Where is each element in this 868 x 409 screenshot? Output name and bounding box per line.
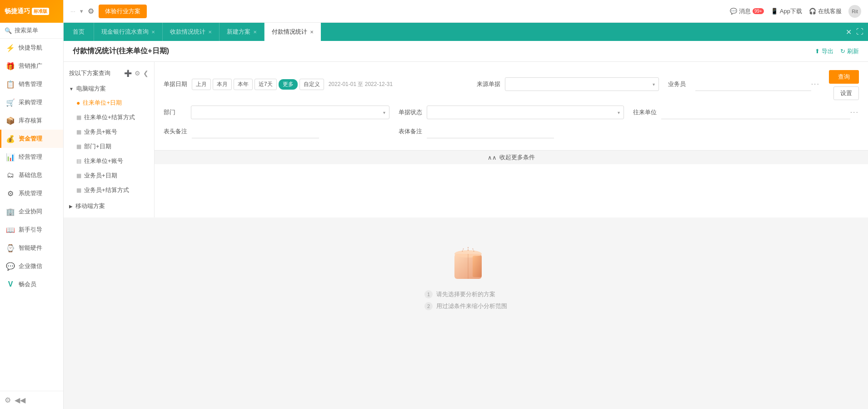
tab-bank-flow-label: 现金银行流水查询 bbox=[101, 28, 149, 36]
chevron-down-icon[interactable]: ▾ bbox=[80, 8, 83, 15]
tab-new-scheme[interactable]: 新建方案 ✕ bbox=[219, 23, 264, 41]
sidebar-search[interactable]: 🔍 搜索菜单 bbox=[0, 23, 63, 39]
staff-input[interactable] bbox=[695, 77, 811, 91]
related-unit-label: 往来单位 bbox=[633, 108, 657, 116]
staff-more-btn[interactable]: ··· bbox=[811, 80, 820, 88]
filter-panel: 按以下方案查询 ➕ ⚙ ❮ ▼ 电脑端方案 ● 往来单位+日期 bbox=[64, 62, 868, 217]
sidebar-item-sales[interactable]: 📋 销售管理 bbox=[0, 75, 63, 93]
sidebar-item-label: 基础信息 bbox=[19, 171, 42, 179]
scheme-item-label: 部门+日期 bbox=[84, 142, 111, 151]
scheme-item-dept-date[interactable]: ▦ 部门+日期 bbox=[64, 139, 154, 154]
scheme-item-staff-payment[interactable]: ▦ 业务员+结算方式 bbox=[64, 183, 154, 197]
tab-income-stat[interactable]: 收款情况统计 ✕ bbox=[163, 23, 219, 41]
scheme-group-mobile-header[interactable]: ▶ 移动端方案 bbox=[64, 199, 154, 213]
custom-date-btn[interactable]: 自定义 bbox=[299, 79, 324, 90]
scheme-group-mobile: ▶ 移动端方案 bbox=[64, 199, 154, 213]
source-select-arrow: ▾ bbox=[653, 82, 655, 87]
close-all-tabs-icon[interactable]: ✕ bbox=[846, 28, 852, 36]
sidebar-item-operations[interactable]: 📊 经营管理 bbox=[0, 148, 63, 166]
related-unit-more-btn[interactable]: ··· bbox=[850, 108, 859, 116]
dept-select[interactable]: ▾ bbox=[191, 106, 389, 119]
scheme-table-icon: ▦ bbox=[76, 143, 81, 150]
sidebar-item-basic[interactable]: 🗂 基础信息 bbox=[0, 166, 63, 184]
export-label: 导出 bbox=[822, 47, 833, 56]
scheme-table-icon: ▦ bbox=[76, 172, 81, 179]
sidebar-item-purchase[interactable]: 🛒 采购管理 bbox=[0, 93, 63, 111]
sidebar-item-hardware[interactable]: ⌚ 智能硬件 bbox=[0, 239, 63, 257]
trial-button[interactable]: 体验行业方案 bbox=[99, 5, 147, 18]
related-unit-input[interactable] bbox=[661, 106, 850, 119]
body-note-input[interactable] bbox=[427, 125, 554, 138]
refresh-label: 刷新 bbox=[847, 47, 859, 56]
hardware-icon: ⌚ bbox=[6, 243, 15, 252]
sidebar-item-vip[interactable]: V 畅会员 bbox=[0, 275, 63, 293]
this-year-btn[interactable]: 本年 bbox=[234, 79, 253, 90]
scheme-item-unit-payment[interactable]: ▦ 往来单位+结算方式 bbox=[64, 110, 154, 125]
settings-bottom-icon[interactable]: ⚙ bbox=[5, 396, 11, 404]
collapse-scheme-icon[interactable]: ❮ bbox=[143, 70, 149, 77]
marketing-icon: 🎁 bbox=[6, 61, 15, 71]
hint-label-2: 用过滤条件来缩小分析范围 bbox=[436, 302, 507, 310]
sidebar-item-inventory[interactable]: 📦 库存核算 bbox=[0, 111, 63, 130]
refresh-button[interactable]: ↻ 刷新 bbox=[840, 47, 859, 56]
scheme-item-staff-date[interactable]: ▦ 业务员+日期 bbox=[64, 168, 154, 183]
sidebar-item-label: 快捷导航 bbox=[19, 44, 42, 52]
header-note-input[interactable] bbox=[192, 125, 319, 138]
desktop-group-arrow: ▼ bbox=[69, 86, 74, 91]
last-month-btn[interactable]: 上月 bbox=[192, 79, 211, 90]
tab-bank-flow[interactable]: 现金银行流水查询 ✕ bbox=[94, 23, 163, 41]
sidebar-logo: 畅捷通巧 标准版 bbox=[0, 0, 63, 23]
header-settings-icon[interactable]: ⚙ bbox=[88, 7, 94, 15]
sidebar-item-label: 新手引导 bbox=[19, 226, 42, 234]
user-avatar[interactable]: Rit bbox=[848, 5, 861, 18]
tab-new-scheme-close-icon[interactable]: ✕ bbox=[253, 30, 257, 35]
last7days-btn[interactable]: 近7天 bbox=[254, 79, 277, 90]
tab-payment-stat-close-icon[interactable]: ✕ bbox=[310, 30, 314, 35]
scheme-item-staff-account[interactable]: ▦ 业务员+账号 bbox=[64, 125, 154, 139]
message-icon: 💬 bbox=[730, 8, 737, 15]
sidebar-item-label: 畅会员 bbox=[19, 280, 36, 288]
page-title: 付款情况统计(往来单位+日期) bbox=[73, 46, 169, 56]
app-download-label: App下载 bbox=[780, 7, 802, 15]
scheme-item-unit-account[interactable]: ▤ 往来单位+账号 bbox=[64, 154, 154, 168]
sidebar-item-system[interactable]: ⚙ 系统管理 bbox=[0, 184, 63, 202]
tab-income-stat-close-icon[interactable]: ✕ bbox=[208, 30, 212, 35]
sidebar-item-guide[interactable]: 📖 新手引导 bbox=[0, 221, 63, 239]
source-label: 来源单据 bbox=[477, 80, 500, 88]
page-header-actions: ⬆ 导出 ↻ 刷新 bbox=[815, 47, 859, 56]
voucher-status-select[interactable]: ▾ bbox=[427, 106, 624, 119]
query-button[interactable]: 查询 bbox=[829, 70, 859, 84]
scheme-table-icon: ▦ bbox=[76, 187, 81, 193]
sidebar-item-label: 经营管理 bbox=[19, 153, 42, 161]
online-service-item[interactable]: 🎧 在线客服 bbox=[809, 7, 842, 15]
notifications-item[interactable]: 💬 消息 99+ bbox=[730, 7, 764, 15]
collapse-sidebar-icon[interactable]: ◀◀ bbox=[15, 396, 25, 404]
desktop-group-label: 电脑端方案 bbox=[76, 85, 106, 93]
tab-home[interactable]: 首页 bbox=[64, 23, 94, 41]
sidebar-item-quick-nav[interactable]: ⚡ 快捷导航 bbox=[0, 39, 63, 57]
dept-label: 部门 bbox=[164, 108, 186, 116]
tab-payment-stat[interactable]: 付款情况统计 ✕ bbox=[264, 23, 321, 41]
settings-button[interactable]: 设置 bbox=[833, 86, 859, 100]
sidebar-item-wechat[interactable]: 💬 企业微信 bbox=[0, 257, 63, 275]
tab-bank-flow-close-icon[interactable]: ✕ bbox=[151, 30, 155, 35]
header-breadcrumb: ··· bbox=[70, 8, 75, 15]
refresh-icon: ↻ bbox=[840, 48, 845, 55]
this-month-btn[interactable]: 本月 bbox=[213, 79, 232, 90]
export-button[interactable]: ⬆ 导出 bbox=[815, 47, 833, 56]
scheme-group-desktop-header[interactable]: ▼ 电脑端方案 bbox=[64, 82, 154, 96]
sidebar-item-label: 销售管理 bbox=[19, 80, 42, 88]
sidebar-item-marketing[interactable]: 🎁 营销推广 bbox=[0, 57, 63, 75]
scheme-item-unit-date[interactable]: ● 往来单位+日期 bbox=[64, 96, 154, 110]
source-select[interactable]: ▾ bbox=[505, 77, 659, 91]
sidebar-item-label: 采购管理 bbox=[19, 98, 42, 106]
settings-scheme-icon[interactable]: ⚙ bbox=[135, 70, 140, 77]
add-scheme-icon[interactable]: ➕ bbox=[124, 70, 132, 77]
sidebar-item-enterprise[interactable]: 🏢 企业协同 bbox=[0, 202, 63, 221]
sidebar-item-fund[interactable]: 💰 资金管理 bbox=[0, 130, 63, 148]
collapse-button[interactable]: ∧∧ 收起更多条件 bbox=[155, 150, 868, 164]
expand-icon[interactable]: ⛶ bbox=[856, 28, 863, 36]
app-download-item[interactable]: 📱 App下载 bbox=[771, 7, 802, 15]
more-date-btn[interactable]: 更多 bbox=[279, 79, 298, 90]
top-header: ··· ▾ ⚙ 体验行业方案 💬 消息 99+ 📱 App下载 🎧 在线客服 R… bbox=[64, 0, 868, 23]
